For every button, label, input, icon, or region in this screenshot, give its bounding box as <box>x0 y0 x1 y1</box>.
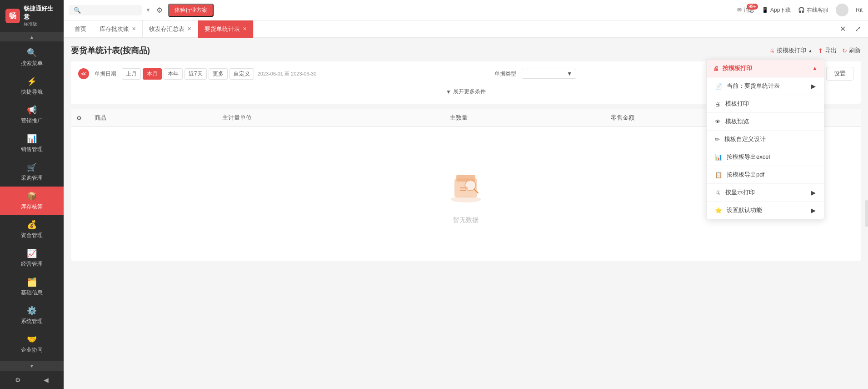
sidebar-item-base[interactable]: 🗂️ 基础信息 <box>0 273 64 301</box>
dropdown-header[interactable]: 🖨 按模板打印 ▲ <box>707 60 824 77</box>
filter-collapse-btn[interactable]: ≪ <box>78 68 89 79</box>
print-dropdown-menu: 🖨 按模板打印 ▲ 📄 当前：要货单统计表 ▶ 🖨 <box>706 59 824 219</box>
refresh-btn[interactable]: ↻ 刷新 <box>842 46 861 55</box>
dropdown-template-excel[interactable]: 📊 按模板导出excel <box>707 148 824 166</box>
page-header: 要货单统计表(按商品) 🖨 按模板打印 ▲ ⬆ 导出 ↻ 刷新 <box>71 45 861 56</box>
date-btn-more[interactable]: 更多 <box>209 68 228 80</box>
type-select-chevron: ▼ <box>567 71 572 77</box>
tab-order-stats-label: 要货单统计表 <box>205 25 240 33</box>
sidebar-item-finance[interactable]: 💰 资金管理 <box>0 215 64 244</box>
export-btn[interactable]: ⬆ 导出 <box>818 46 837 55</box>
sidebar-item-label: 资金管理 <box>21 232 43 239</box>
date-btn-this-month[interactable]: 本月 <box>143 68 162 80</box>
settings-gear-icon[interactable]: ⚙ <box>156 6 163 15</box>
right-scrollbar[interactable] <box>865 200 868 227</box>
cooperation-icon: 🤝 <box>27 334 37 344</box>
tab-batch[interactable]: 库存批次账 ✕ <box>93 20 143 38</box>
promo-button[interactable]: 体验行业方案 <box>168 4 214 17</box>
sidebar-item-guide[interactable]: 🎯 新手引导 <box>0 359 64 361</box>
message-icon: ✉ <box>737 7 742 13</box>
dropdown-default-func[interactable]: ⭐ 设置默认功能 ▶ <box>707 202 824 219</box>
expand-more-conditions-btn[interactable]: ▼ 展开更多条件 <box>446 85 486 98</box>
sidebar-item-operations[interactable]: 📈 经营管理 <box>0 244 64 273</box>
dropdown-template-print[interactable]: 🖨 模板打印 <box>707 95 824 113</box>
default-func-label: 设置默认功能 <box>727 206 762 214</box>
sidebar-scroll-down[interactable]: ▼ <box>0 361 64 370</box>
type-select[interactable]: ▼ <box>522 69 576 79</box>
pdf-icon: 📋 <box>715 172 722 178</box>
avatar[interactable] <box>836 4 848 16</box>
refresh-label: 刷新 <box>849 46 861 55</box>
date-btn-this-year[interactable]: 本年 <box>164 68 183 80</box>
tab-home[interactable]: 首页 <box>68 20 93 38</box>
tab-order-stats[interactable]: 要货单统计表 ✕ <box>198 20 254 38</box>
type-select-value <box>526 71 544 77</box>
sidebar-item-label: 系统管理 <box>21 318 43 325</box>
app-download-icon: 📱 <box>762 7 768 13</box>
search-input[interactable] <box>84 7 120 13</box>
print-label: 按模板打印 <box>777 46 806 55</box>
template-icon: 📄 <box>715 83 722 90</box>
expand-label: 展开更多条件 <box>453 88 486 96</box>
sidebar-scroll-up[interactable]: ▲ <box>0 32 64 41</box>
search-icon: 🔍 <box>74 7 81 14</box>
column-settings-icon[interactable]: ⚙ <box>76 115 82 121</box>
topbar-right: ✉ 消息 99+ 📱 App下载 🎧 在线客服 Rit <box>737 4 863 16</box>
operations-icon: 📈 <box>27 248 37 258</box>
tabs-bar: 首页 库存批次账 ✕ 收发存汇总表 ✕ 要货单统计表 ✕ ✕ ⤢ <box>64 20 868 38</box>
message-btn[interactable]: ✉ 消息 99+ <box>737 6 754 14</box>
sidebar-item-cooperation[interactable]: 🤝 企业协同 <box>0 330 64 359</box>
sidebar-item-label: 经营管理 <box>21 260 43 268</box>
headset-icon: 🎧 <box>798 7 805 13</box>
tab-receipt-summary[interactable]: 收发存汇总表 ✕ <box>143 20 198 38</box>
sidebar: 畅 畅捷通好生意 标准版 ▲ 🔍 搜索菜单 ⚡ 快捷导航 📢 营销推广 📊 销售… <box>0 0 64 389</box>
tab-close-window-btn[interactable]: ✕ <box>837 24 848 34</box>
eye-icon: 👁 <box>715 118 721 125</box>
marketing-icon: 📢 <box>27 105 37 115</box>
online-service-btn[interactable]: 🎧 在线客服 <box>798 6 828 14</box>
col-quantity-header: 主数量 <box>444 109 605 127</box>
search-dropdown-btn[interactable]: ▼ <box>145 7 151 13</box>
chevron-right-icon: ▶ <box>811 83 816 90</box>
default-func-icon: ⭐ <box>715 207 722 214</box>
settings-button[interactable]: 设置 <box>826 67 853 81</box>
dropdown-collapse-icon[interactable]: ▲ <box>812 65 818 71</box>
sidebar-item-marketing[interactable]: 📢 营销推广 <box>0 101 64 129</box>
message-badge: 99+ <box>747 4 758 10</box>
tab-order-stats-close[interactable]: ✕ <box>243 26 247 32</box>
sidebar-item-search[interactable]: 🔍 搜索菜单 <box>0 43 64 72</box>
main-content: 🔍 ▼ ⚙ 体验行业方案 ✉ 消息 99+ 📱 App下载 🎧 在线客服 Rit <box>64 0 868 389</box>
tabs-window-controls: ✕ ⤢ <box>837 24 863 34</box>
col-unit-header: 主计量单位 <box>217 109 444 127</box>
sales-icon: 📊 <box>27 134 37 144</box>
app-version: 标准版 <box>24 21 58 27</box>
tab-batch-close[interactable]: ✕ <box>132 26 136 32</box>
empty-state-text: 暂无数据 <box>453 216 479 224</box>
tab-maximize-btn[interactable]: ⤢ <box>852 24 863 34</box>
date-btn-last-month[interactable]: 上月 <box>122 68 141 80</box>
print-btn[interactable]: 🖨 按模板打印 ▲ <box>769 46 813 55</box>
dropdown-template-custom[interactable]: ✏ 模板自定义设计 <box>707 131 824 148</box>
sidebar-bottom: ⚙ ◀ <box>0 370 64 389</box>
app-download-btn[interactable]: 📱 App下载 <box>762 6 791 14</box>
chevron-right3-icon: ▶ <box>811 207 816 214</box>
template-preview-label: 模板预览 <box>725 117 749 126</box>
dropdown-template-pdf[interactable]: 📋 按模板导出pdf <box>707 166 824 184</box>
sidebar-collapse-btn[interactable]: ◀ <box>42 374 50 385</box>
dropdown-current-template[interactable]: 📄 当前：要货单统计表 ▶ <box>707 77 824 95</box>
page-actions: 🖨 按模板打印 ▲ ⬆ 导出 ↻ 刷新 🖨 <box>769 46 861 55</box>
sidebar-item-sales[interactable]: 📊 销售管理 <box>0 129 64 158</box>
dropdown-display-print[interactable]: 🖨 按显示打印 ▶ <box>707 184 824 202</box>
tab-receipt-summary-close[interactable]: ✕ <box>187 26 191 32</box>
sidebar-settings-btn[interactable]: ⚙ <box>13 374 23 385</box>
sidebar-item-quick-nav[interactable]: ⚡ 快捷导航 <box>0 72 64 101</box>
date-btn-7days[interactable]: 近7天 <box>185 68 207 80</box>
sidebar-item-system[interactable]: ⚙️ 系统管理 <box>0 301 64 330</box>
sidebar-item-inventory[interactable]: 📦 库存核算 <box>0 187 64 215</box>
sidebar-item-purchase[interactable]: 🛒 采购管理 <box>0 158 64 187</box>
dropdown-template-preview[interactable]: 👁 模板预览 <box>707 113 824 131</box>
topbar-search-box[interactable]: 🔍 <box>69 5 142 15</box>
sidebar-item-label: 基础信息 <box>21 289 43 297</box>
sidebar-item-label: 库存核算 <box>21 203 43 211</box>
date-btn-custom[interactable]: 自定义 <box>229 68 254 80</box>
